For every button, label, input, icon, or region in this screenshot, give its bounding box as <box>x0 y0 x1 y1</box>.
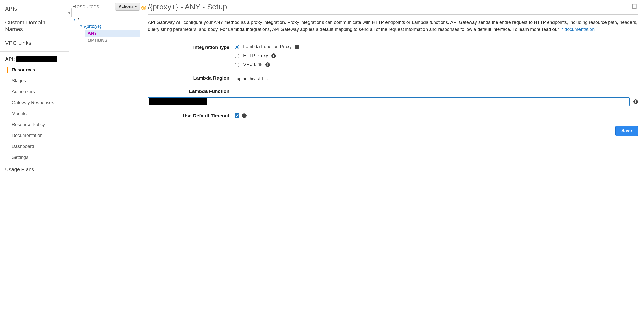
nav-authorizers[interactable]: Authorizers <box>0 86 69 97</box>
page-title: /{proxy+} - ANY - Setup <box>148 3 227 11</box>
actions-label: Actions <box>119 4 134 9</box>
info-icon[interactable]: i <box>271 53 276 58</box>
nav-resource-policy[interactable]: Resource Policy <box>0 119 69 130</box>
disclosure-triangle-icon: ▼ <box>80 24 83 28</box>
resources-panel-title: Resources <box>72 3 99 10</box>
radio-http-label: HTTP Proxy <box>243 53 268 58</box>
caret-down-icon: ▾ <box>135 5 137 8</box>
integration-type-radios: Lambda Function Proxy i HTTP Proxy i VPC… <box>234 44 638 67</box>
main-panel: /{proxy+} - ANY - Setup API Gateway will… <box>143 0 644 325</box>
lambda-region-select[interactable]: ap-northeast-1 ⌄ <box>234 75 272 83</box>
lambda-region-label: Lambda Region <box>148 75 229 81</box>
external-link-icon: ↗ <box>560 27 564 32</box>
radio-vpc-label: VPC Link <box>243 62 262 67</box>
lambda-region-value: ap-northeast-1 <box>237 77 263 81</box>
lambda-function-input[interactable] <box>148 97 630 106</box>
nav-apis[interactable]: APIs <box>0 2 69 16</box>
tree-method-options[interactable]: OPTIONS <box>85 37 140 44</box>
radio-lambda-proxy[interactable] <box>235 45 239 49</box>
book-icon[interactable] <box>631 3 638 11</box>
info-icon[interactable]: i <box>265 62 270 67</box>
nav-vpc-links[interactable]: VPC Links <box>0 36 69 50</box>
nav-separator <box>0 51 69 52</box>
integration-option-vpc[interactable]: VPC Link i <box>234 62 638 67</box>
info-icon[interactable]: i <box>242 113 247 118</box>
lambda-function-value-redacted <box>149 98 207 105</box>
actions-dropdown-button[interactable]: Actions ▾ <box>115 3 140 11</box>
left-nav: APIs Custom Domain Names VPC Links API: … <box>0 0 69 325</box>
api-name-redacted <box>16 56 57 62</box>
nav-stages[interactable]: Stages <box>0 75 69 86</box>
save-button[interactable]: Save <box>615 126 638 136</box>
default-timeout-label: Use Default Timeout <box>148 113 229 119</box>
nav-dashboard[interactable]: Dashboard <box>0 141 69 152</box>
api-label-prefix: API: <box>5 56 15 62</box>
chevron-down-icon: ⌄ <box>266 77 269 81</box>
resource-tree-panel: Resources Actions ▾ ▼ / ▼ /{proxy+} ANY … <box>69 0 143 325</box>
api-label: API: <box>0 55 69 64</box>
integration-type-label: Integration type <box>148 44 229 50</box>
info-icon[interactable]: i <box>633 99 638 104</box>
setup-description: API Gateway will configure your ANY meth… <box>148 19 638 33</box>
nav-documentation[interactable]: Documentation <box>0 130 69 141</box>
nav-custom-domains[interactable]: Custom Domain Names <box>0 16 69 36</box>
documentation-link-label: documentation <box>564 27 595 32</box>
nav-gateway-responses[interactable]: Gateway Responses <box>0 97 69 108</box>
radio-vpc-link[interactable] <box>235 63 239 67</box>
integration-option-http[interactable]: HTTP Proxy i <box>234 53 638 58</box>
disclosure-triangle-icon: ▼ <box>73 18 76 21</box>
nav-usage-plans[interactable]: Usage Plans <box>0 163 69 176</box>
tree-proxy-node[interactable]: ▼ /{proxy+} <box>72 23 140 30</box>
tree-root-label: / <box>78 17 79 22</box>
nav-models[interactable]: Models <box>0 108 69 119</box>
default-timeout-checkbox[interactable] <box>235 113 239 118</box>
nav-resources[interactable]: Resources <box>0 64 69 75</box>
tree-root-node[interactable]: ▼ / <box>72 17 140 23</box>
tree-method-any[interactable]: ANY <box>85 30 140 37</box>
radio-lambda-label: Lambda Function Proxy <box>243 44 292 49</box>
lambda-function-label: Lambda Function <box>148 88 229 94</box>
integration-option-lambda[interactable]: Lambda Function Proxy i <box>234 44 638 49</box>
tree-proxy-label: /{proxy+} <box>84 24 101 29</box>
nav-settings[interactable]: Settings <box>0 152 69 163</box>
radio-http-proxy[interactable] <box>235 54 239 58</box>
documentation-link[interactable]: ↗documentation <box>560 27 595 32</box>
info-icon[interactable]: i <box>295 45 299 49</box>
